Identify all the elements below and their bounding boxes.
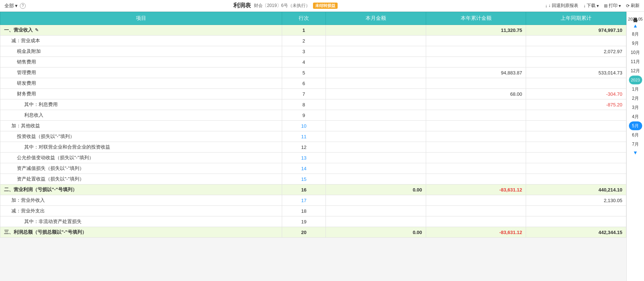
sidebar-month-item[interactable]: 7月 xyxy=(629,140,642,149)
prev-year-cell: 442,344.15 xyxy=(526,227,626,238)
current-month-cell xyxy=(326,153,426,163)
row-name-cell: 资产减值损失（损失以"-"填列） xyxy=(0,163,282,174)
row-number-cell: 6 xyxy=(282,78,325,89)
current-month-cell xyxy=(326,142,426,153)
sidebar-month-item[interactable]: 9月 xyxy=(629,39,642,48)
table-row: 管理费用594,883.87533,014.73 xyxy=(0,67,626,78)
col-header-prev: 上年同期累计 xyxy=(526,12,626,25)
prev-year-cell xyxy=(526,153,626,163)
profit-table: 项目 行次 本月金额 本年累计金额 上年同期累计 一、营业收入✎111,320.… xyxy=(0,12,626,238)
row-number-cell: 1 xyxy=(282,25,325,36)
table-row: 财务费用768.00-304.70 xyxy=(0,89,626,99)
download-icon: ↓ xyxy=(583,3,586,8)
sidebar-month-item[interactable]: 5月 xyxy=(629,121,642,130)
sidebar-month-item[interactable]: 2023 xyxy=(629,76,642,84)
print-button[interactable]: ⊞ 打印 ▾ xyxy=(604,3,621,9)
table-row: 其中：利息费用8-875.20 xyxy=(0,99,626,110)
row-name-cell: 减：营业外支出 xyxy=(0,206,282,216)
prev-year-cell: -304.70 xyxy=(526,89,626,99)
page-title: 利润表 xyxy=(233,2,251,10)
current-month-cell xyxy=(326,195,426,206)
sidebar-month-item[interactable]: 6月 xyxy=(629,131,642,139)
refresh-button[interactable]: ⟳ 刷新 xyxy=(626,3,640,9)
table-row: 减：营业成本2 xyxy=(0,36,626,46)
sidebar-month-item[interactable]: 2月 xyxy=(629,94,642,103)
table-row: 研发费用6 xyxy=(0,78,626,89)
sidebar-month-item[interactable]: 11月 xyxy=(629,57,642,66)
row-name-cell: 其中：利息费用 xyxy=(0,99,282,110)
ytd-cell xyxy=(426,99,526,110)
ytd-cell: 11,320.75 xyxy=(426,25,526,36)
dropdown-arrow-icon: ▾ xyxy=(15,3,18,8)
prev-year-cell: 2,072.97 xyxy=(526,46,626,57)
table-row: 资产减值损失（损失以"-"填列）14 xyxy=(0,163,626,174)
table-row: 其中：对联营企业和合营企业的投资收益12 xyxy=(0,142,626,153)
sidebar-title: 月份选择 xyxy=(633,13,638,16)
ytd-cell xyxy=(426,153,526,163)
back-button[interactable]: ↓ ↓ 回退到原报表 xyxy=(545,3,578,9)
ytd-cell: 68.00 xyxy=(426,89,526,99)
row-name-cell: 加：其他收益 xyxy=(0,121,282,131)
scope-dropdown[interactable]: 全部 ▾ xyxy=(4,3,18,9)
table-header-row: 项目 行次 本月金额 本年累计金额 上年同期累计 xyxy=(0,12,626,25)
scope-label: 全部 xyxy=(4,3,14,9)
table-row: 一、营业收入✎111,320.75974,997.10 xyxy=(0,25,626,36)
row-name-cell: 公允价值变动收益（损失以"-"填列） xyxy=(0,153,282,163)
prev-year-cell xyxy=(526,36,626,46)
row-name-cell: 其中：对联营企业和合营企业的投资收益 xyxy=(0,142,282,153)
sidebar-month-item[interactable]: 8月 xyxy=(629,30,642,39)
print-arrow-icon: ▾ xyxy=(619,3,621,8)
sidebar-month-item[interactable]: 12月 xyxy=(629,66,642,75)
current-month-cell: 0.00 xyxy=(326,227,426,238)
sidebar-month-item[interactable]: 3月 xyxy=(629,103,642,112)
prev-year-cell xyxy=(526,78,626,89)
table-row: 销售费用4 xyxy=(0,57,626,67)
current-month-cell xyxy=(326,78,426,89)
sidebar-month-item[interactable]: 4月 xyxy=(629,112,642,121)
prev-year-cell xyxy=(526,131,626,142)
print-icon: ⊞ xyxy=(604,3,608,8)
ytd-cell xyxy=(426,57,526,67)
col-header-ytd: 本年累计金额 xyxy=(426,12,526,25)
prev-year-cell: 2,130.05 xyxy=(526,195,626,206)
row-number-cell: 13 xyxy=(282,153,325,163)
ytd-cell xyxy=(426,163,526,174)
table-row: 利息收入9 xyxy=(0,110,626,121)
row-name-cell: 管理费用 xyxy=(0,67,282,78)
sidebar-month-item[interactable]: 1月 xyxy=(629,85,642,94)
row-number-cell: 4 xyxy=(282,57,325,67)
table-row: 加：其他收益10 xyxy=(0,121,626,131)
ytd-cell xyxy=(426,36,526,46)
prev-year-cell xyxy=(526,163,626,174)
row-name-cell: 加：营业外收入 xyxy=(0,195,282,206)
table-row: 减：营业外支出18 xyxy=(0,206,626,216)
month-sidebar: 月份选择 2023.05 ▲ 8月9月10月11月12月20231月2月3月4月… xyxy=(626,12,644,281)
prev-year-cell: 440,214.10 xyxy=(526,185,626,195)
prev-year-cell: -875.20 xyxy=(526,99,626,110)
row-name-cell: 财务费用 xyxy=(0,89,282,99)
table-row: 税金及附加32,072.97 xyxy=(0,46,626,57)
current-month-cell xyxy=(326,67,426,78)
row-number-cell: 2 xyxy=(282,36,325,46)
back-icon: ↓ xyxy=(545,3,547,8)
row-name-cell: 其中：非流动资产处置损失 xyxy=(0,216,282,227)
top-bar-right: ↓ ↓ 回退到原报表 ↓ 下载 ▾ ⊞ 打印 ▾ ⟳ 刷新 xyxy=(545,3,640,9)
download-button[interactable]: ↓ 下载 ▾ xyxy=(583,3,599,9)
sidebar-down-btn[interactable]: ▼ xyxy=(630,149,641,156)
help-icon[interactable]: ? xyxy=(20,3,26,9)
row-name-cell: 研发费用 xyxy=(0,78,282,89)
sidebar-month-item[interactable]: 10月 xyxy=(629,48,642,57)
ytd-cell xyxy=(426,110,526,121)
prev-year-cell xyxy=(526,57,626,67)
table-row: 二、营业利润（亏损以"-"号填列）160.00-83,631.12440,214… xyxy=(0,185,626,195)
ytd-cell xyxy=(426,131,526,142)
table-row: 三、利润总额（亏损总额以"-"号填列）200.00-83,631.12442,3… xyxy=(0,227,626,238)
current-month-cell xyxy=(326,89,426,99)
prev-year-cell xyxy=(526,110,626,121)
ytd-cell xyxy=(426,174,526,185)
row-number-cell: 10 xyxy=(282,121,325,131)
sidebar-up-btn[interactable]: ▲ xyxy=(630,22,641,29)
current-month-cell xyxy=(326,36,426,46)
edit-icon[interactable]: ✎ xyxy=(35,28,39,33)
current-month-cell xyxy=(326,110,426,121)
